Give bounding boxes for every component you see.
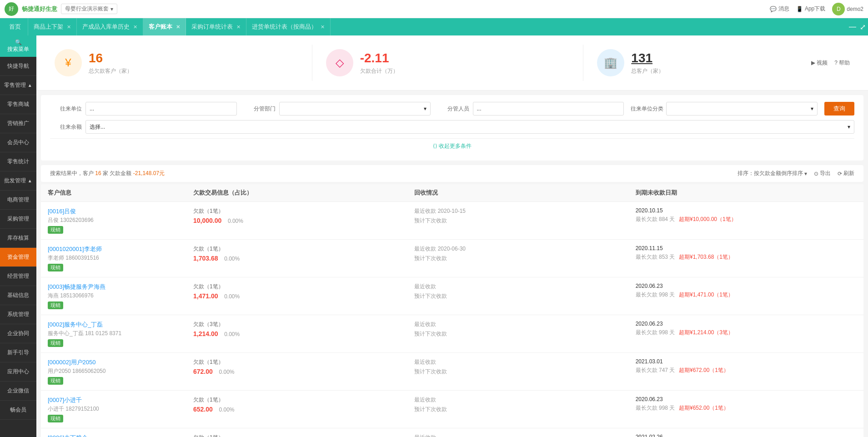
dept-select[interactable]: ▾: [279, 102, 431, 116]
balance-label: 往来余额: [50, 123, 82, 131]
next-payment: 预计下次收款: [414, 368, 635, 376]
minimize-icon[interactable]: —: [849, 23, 856, 31]
sidebar-search[interactable]: 🔍 搜索菜单: [0, 35, 36, 57]
customer-name-link[interactable]: [0002]服务中心_丁磊: [48, 321, 103, 328]
overdue-cell: 2020.10.15 最长欠款 884 天 超期¥10,000.00（1笔）: [636, 207, 857, 223]
overdue-link[interactable]: 超期¥1,703.68（1笔）: [679, 254, 733, 260]
sidebar-item-system[interactable]: 系统管理: [0, 305, 36, 324]
debt-count: 欠款（3笔）: [193, 321, 414, 328]
customer-name-link[interactable]: [0001020001]李老师: [48, 246, 102, 252]
tab-home[interactable]: 首页: [2, 18, 28, 35]
tab-inbound-stats[interactable]: 进货单统计表（按商品） ✕: [246, 18, 331, 35]
sidebar-item-marketing[interactable]: 营销推广: [0, 114, 36, 133]
sidebar-item-finance[interactable]: 资金管理: [0, 248, 36, 267]
message-btn[interactable]: 💬 消息: [770, 5, 789, 13]
balance-select[interactable]: 选择... ▾: [85, 120, 854, 134]
customer-name-link[interactable]: [000002]用户2050: [48, 359, 96, 366]
overdue-date: 2021.02.26: [636, 434, 857, 437]
customer-name-link[interactable]: [0003]畅捷服务尹海燕: [48, 283, 105, 290]
overdue-link[interactable]: 超期¥1,471.00（1笔）: [679, 291, 733, 298]
unit-category-select[interactable]: ▾: [666, 102, 818, 116]
collapse-icon: ⟨⟩: [433, 143, 437, 149]
dropdown-arrow: ▾: [110, 6, 113, 12]
sidebar-item-enterprise[interactable]: 企业协同: [0, 324, 36, 343]
sidebar-item-retail-mgmt[interactable]: 零售管理 ▲: [0, 76, 36, 95]
tab-customer-account[interactable]: 客户账本 ✕: [143, 18, 186, 35]
customer-tag: 现销: [48, 377, 63, 385]
close-customer-tab[interactable]: ✕: [176, 24, 180, 30]
stat-card-debt-customers: ¥ 16 总欠款客户（家）: [50, 45, 312, 81]
sidebar-item-ecommerce[interactable]: 电商管理: [0, 191, 36, 210]
overdue-date: 2020.11.15: [636, 245, 857, 251]
collapse-bar[interactable]: ⟨⟩ 收起更多条件: [50, 138, 854, 154]
sort-arrow: ▾: [804, 171, 807, 177]
customer-phone: 吕俊 13026203696: [48, 216, 193, 224]
tab-purchase-order[interactable]: 采购订单统计表 ✕: [186, 18, 246, 35]
app-download-btn[interactable]: 📱 App下载: [796, 5, 825, 13]
close-purchase-tab[interactable]: ✕: [236, 24, 241, 30]
overdue-link[interactable]: 超期¥1,214.00（3笔）: [679, 329, 733, 336]
user-info[interactable]: D demo2: [832, 3, 863, 15]
table-row: [0001020001]李老师 李老师 18600391516 现销 欠款（1笔…: [41, 240, 863, 277]
col-overdue: 到期未收款日期: [636, 189, 857, 197]
company-selector[interactable]: 母婴行业演示账套 ▾: [61, 4, 117, 14]
unit-category-label: 往来单位分类: [631, 105, 662, 113]
source-unit-input[interactable]: ...: [85, 102, 237, 116]
tab-production[interactable]: 产成品入库单历史 ✕: [77, 18, 143, 35]
close-inbound-tab[interactable]: ✕: [321, 24, 325, 30]
filter-source-unit: 往来单位 ...: [50, 102, 237, 116]
sidebar-item-app-center[interactable]: 应用中心: [0, 362, 36, 382]
filter-balance: 往来余额 选择... ▾: [50, 120, 854, 134]
sidebar-item-new-guide[interactable]: 新手引导: [0, 343, 36, 362]
sidebar-item-retail-stats[interactable]: 零售统计: [0, 152, 36, 171]
stat-card-debt-amount: ◇ -2.11 欠款合计（万）: [321, 45, 584, 81]
manager-input[interactable]: ...: [473, 102, 624, 116]
maximize-icon[interactable]: ⤢: [860, 23, 866, 31]
latest-payment-label: 最近收款: [414, 358, 635, 366]
refresh-btn[interactable]: ⟳ 刷新: [838, 170, 854, 177]
sort-selector[interactable]: 排序：按欠款金额倒序排序 ▾: [738, 170, 807, 177]
sidebar-item-purchase[interactable]: 采购管理: [0, 210, 36, 229]
sidebar-item-batch-mgmt[interactable]: 批发管理 ▲: [0, 171, 36, 191]
logo-area: 好 畅捷通好生意 母婴行业演示账套 ▾: [5, 2, 117, 16]
help-icon: ?: [834, 60, 838, 66]
sidebar-item-vip[interactable]: 畅会员: [0, 401, 36, 420]
filter-row-2: 往来余额 选择... ▾: [50, 120, 854, 134]
customer-phone: 用户2050 18665062050: [48, 367, 193, 375]
export-btn[interactable]: ⊙ 导出: [814, 170, 831, 177]
overdue-link[interactable]: 超期¥10,000.00（1笔）: [679, 216, 737, 222]
sidebar-item-ops[interactable]: 经营管理: [0, 267, 36, 286]
total-customers-label: 总客户（家）: [631, 67, 804, 75]
customer-name-link[interactable]: [0016]吕俊: [48, 208, 76, 215]
debt-info-cell: 欠款（1笔） 652.00 0.00%: [193, 396, 414, 413]
sidebar-item-quick-nav[interactable]: 快捷导航: [0, 57, 36, 76]
sidebar-item-retail-mall[interactable]: 零售商城: [0, 95, 36, 114]
tab-products[interactable]: 商品上下架 ✕: [28, 18, 77, 35]
main-layout: 🔍 搜索菜单 快捷导航 零售管理 ▲ 零售商城 营销推广 会员中心 零售统计 批…: [0, 35, 868, 437]
close-products-tab[interactable]: ✕: [67, 24, 71, 30]
search-button[interactable]: 查询: [824, 102, 854, 116]
video-btn[interactable]: ▶ 视频: [811, 59, 828, 67]
overdue-link[interactable]: 超期¥652.00（1笔）: [679, 405, 729, 411]
table-body: [0016]吕俊 吕俊 13026203696 现销 欠款（1笔） 10,000…: [41, 202, 863, 437]
customer-info-cell: [000002]用户2050 用户2050 18665062050 现销: [48, 358, 193, 385]
sidebar-item-inventory[interactable]: 库存核算: [0, 229, 36, 248]
debt-info-cell: 欠款（1笔） 10,000.00 0.00%: [193, 207, 414, 224]
help-btn[interactable]: ? 帮助: [834, 59, 850, 67]
latest-payment-label: 最近收款 2020-06-30: [414, 245, 635, 253]
sidebar-item-wechat[interactable]: 企业微信: [0, 382, 36, 401]
customer-phone: 海燕 18513066976: [48, 292, 193, 300]
overdue-link[interactable]: 超期¥672.00（1笔）: [679, 367, 729, 373]
stat-info-debt-customers: 16 总欠款客户（家）: [89, 51, 307, 75]
customer-info-cell: [0003]畅捷服务尹海燕 海燕 18513066976 现销: [48, 283, 193, 309]
recovery-cell: 最近收款 2020-10-15 预计下次收款: [414, 207, 635, 225]
customer-name-link[interactable]: [0007]小进千: [48, 397, 82, 403]
close-production-tab[interactable]: ✕: [133, 24, 137, 30]
sidebar-item-basic-info[interactable]: 基础信息: [0, 286, 36, 305]
customer-phone: 服务中心_丁磊 181 0125 8371: [48, 330, 193, 337]
overdue-days: 最长欠款 747 天: [636, 367, 675, 373]
debt-percent: 0.00%: [219, 369, 234, 375]
sidebar-item-member[interactable]: 会员中心: [0, 133, 36, 152]
debt-amount-number: -2.11: [360, 51, 579, 65]
customer-name-link[interactable]: [0006]去下粮仓: [48, 434, 88, 437]
